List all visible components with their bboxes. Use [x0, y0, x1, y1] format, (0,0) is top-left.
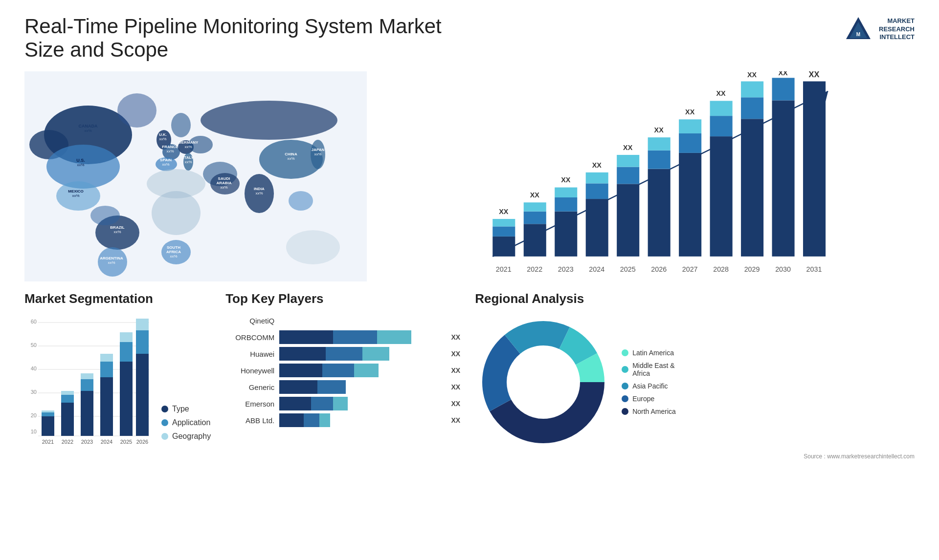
player-row-abb: ABB Ltd. XX: [225, 413, 460, 427]
svg-rect-76: [555, 188, 577, 197]
svg-text:MEXICO: MEXICO: [68, 189, 84, 194]
svg-text:xx%: xx%: [159, 137, 166, 141]
svg-rect-80: [586, 183, 608, 199]
svg-rect-144: [120, 362, 133, 436]
bottom-section: Market Segmentation 60 50 40 30 20 10: [24, 291, 915, 462]
svg-rect-148: [136, 354, 149, 436]
svg-rect-89: [648, 169, 671, 257]
svg-text:xx%: xx%: [113, 230, 121, 234]
svg-text:2023: 2023: [558, 265, 574, 273]
reg-legend-mea: Middle East &Africa: [622, 362, 676, 377]
svg-rect-140: [100, 377, 113, 436]
svg-text:2026: 2026: [136, 439, 148, 445]
svg-text:30: 30: [31, 389, 37, 395]
players-list: QinetiQ ORBCOMM XX: [225, 314, 460, 427]
player-name-emerson: Emerson: [225, 400, 274, 408]
svg-text:2028: 2028: [713, 265, 729, 273]
player-name-qinetiq: QinetiQ: [225, 317, 274, 325]
svg-text:xx%: xx%: [255, 191, 263, 195]
svg-text:XX: XX: [499, 208, 509, 215]
svg-rect-96: [679, 119, 701, 133]
svg-text:XX: XX: [561, 176, 571, 184]
svg-rect-132: [61, 403, 74, 436]
svg-text:2030: 2030: [775, 265, 791, 273]
svg-rect-69: [524, 224, 546, 257]
svg-text:xx%: xx%: [287, 156, 294, 161]
svg-text:XX: XX: [747, 71, 757, 79]
svg-rect-91: [648, 137, 671, 151]
svg-text:U.K.: U.K.: [159, 132, 167, 137]
player-xx-orbcomm: XX: [451, 333, 460, 341]
svg-text:2031: 2031: [806, 265, 822, 273]
reg-label-mea: Middle East &Africa: [632, 362, 674, 377]
svg-rect-81: [586, 172, 608, 184]
svg-text:xx%: xx%: [170, 254, 177, 258]
svg-text:SPAIN: SPAIN: [160, 158, 172, 162]
svg-rect-95: [679, 133, 701, 153]
player-xx-abb: XX: [451, 416, 460, 424]
svg-text:M: M: [856, 32, 860, 37]
legend-item-geography: Geography: [161, 432, 211, 441]
svg-text:FRANCE: FRANCE: [162, 145, 179, 149]
svg-rect-66: [492, 219, 515, 226]
svg-text:SAUDI: SAUDI: [218, 176, 230, 181]
svg-point-17: [171, 113, 191, 137]
svg-text:xx%: xx%: [184, 160, 192, 164]
svg-rect-133: [61, 395, 74, 403]
svg-text:ARGENTINA: ARGENTINA: [100, 256, 123, 260]
svg-rect-75: [555, 197, 577, 212]
legend-label-geography: Geography: [172, 432, 211, 441]
svg-text:xx%: xx%: [314, 152, 321, 156]
logo-area: M MARKET RESEARCH INTELLECT: [844, 15, 915, 44]
legend-dot-type: [161, 406, 168, 412]
donut-svg: [475, 314, 612, 451]
svg-rect-109: [772, 100, 795, 256]
logo-text: MARKET RESEARCH INTELLECT: [879, 17, 915, 42]
svg-text:10: 10: [31, 429, 37, 434]
svg-text:2023: 2023: [81, 439, 93, 445]
svg-text:XX: XX: [530, 191, 540, 199]
player-row-honeywell: Honeywell XX: [225, 364, 460, 377]
reg-legend-europe: Europe: [622, 395, 676, 403]
top-section: CANADA xx% U.S. xx% MEXICO xx% BRAZIL xx…: [24, 71, 915, 281]
regional-area: Latin America Middle East &Africa Asia P…: [475, 314, 915, 451]
legend-item-application: Application: [161, 418, 211, 427]
regional-title: Regional Analysis: [475, 291, 915, 306]
svg-rect-94: [679, 153, 701, 257]
svg-text:2024: 2024: [589, 265, 604, 273]
svg-point-8: [117, 93, 156, 128]
reg-dot-mea: [622, 366, 628, 373]
reg-dot-europe: [622, 395, 628, 402]
svg-text:XX: XX: [592, 161, 602, 169]
svg-text:60: 60: [31, 319, 37, 324]
svg-text:GERMANY: GERMANY: [179, 140, 199, 145]
svg-rect-85: [617, 167, 639, 184]
reg-label-asia-pacific: Asia Pacific: [632, 382, 668, 390]
player-bar-generic: [279, 380, 443, 394]
svg-rect-110: [772, 78, 795, 100]
svg-text:xx%: xx%: [220, 185, 227, 190]
svg-point-24: [201, 101, 337, 140]
reg-label-europe: Europe: [632, 395, 654, 403]
svg-text:20: 20: [31, 412, 37, 418]
legend-dot-application: [161, 419, 168, 426]
svg-point-157: [509, 348, 578, 416]
regional-legend: Latin America Middle East &Africa Asia P…: [622, 349, 676, 415]
player-bar-abb: [279, 413, 443, 427]
player-name-generic: Generic: [225, 383, 274, 391]
svg-text:2024: 2024: [101, 439, 112, 445]
svg-text:XX: XX: [654, 126, 664, 134]
svg-rect-142: [100, 354, 113, 362]
map-container: CANADA xx% U.S. xx% MEXICO xx% BRAZIL xx…: [24, 71, 367, 281]
player-bar-honeywell: [279, 364, 443, 377]
player-row-emerson: Emerson XX: [225, 397, 460, 410]
player-row-orbcomm: ORBCOMM XX: [225, 330, 460, 344]
svg-text:CHINA: CHINA: [285, 152, 297, 156]
svg-text:40: 40: [31, 366, 37, 371]
reg-dot-north-america: [622, 408, 628, 415]
svg-text:xx%: xx%: [108, 260, 115, 265]
svg-rect-105: [741, 97, 763, 119]
svg-rect-64: [492, 237, 515, 257]
legend-label-type: Type: [172, 405, 189, 413]
svg-text:50: 50: [31, 342, 37, 348]
